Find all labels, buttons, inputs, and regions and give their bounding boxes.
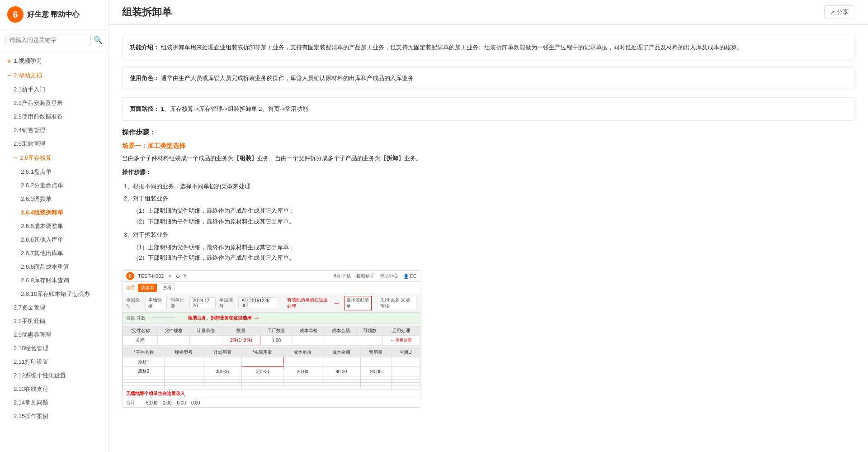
search-input[interactable]	[5, 34, 91, 46]
app-divider: ▼	[167, 273, 172, 279]
sidebar-item-mobile[interactable]: 2.8手机旺铺	[0, 314, 108, 328]
sub-cost-amount-1	[322, 357, 360, 367]
share-label: 分享	[837, 8, 849, 16]
sub-row-1: 原材1	[123, 357, 420, 367]
sidebar-item-263[interactable]: 2.6.3调拨单	[7, 192, 108, 206]
sub-row-3	[123, 376, 420, 380]
path-block: 页面路径： 1、库存核算->库存管理->组装拆卸单 2、首页->常用功能	[122, 97, 854, 121]
sidebar-item-inventory[interactable]: − 2.6库存核算	[0, 151, 108, 165]
sidebar-item-coupon[interactable]: 2.9优惠券管理	[0, 328, 108, 342]
sidebar-item-print[interactable]: 2.11打印设置	[0, 355, 108, 369]
sidebar-item-data-prep[interactable]: 2.3使用前数据准备	[0, 110, 108, 124]
sidebar-item-operation[interactable]: 2.10经营管理	[0, 342, 108, 355]
lower-table: *子件名称 规格型号 计划用量 *实际用量 成本单价 成本金额 暂用量 空间U	[123, 347, 420, 389]
footer-v2: 50.00	[146, 400, 157, 405]
arrow-up: ↑	[253, 316, 261, 320]
step2-sub2: （2）下部明细为子件明细，最终作为原材料生成其它出库单。	[122, 216, 854, 227]
sidebar-inventory-children: 2.6.1盘点单 2.6.2分量盘点单 2.6.3调拨单 2.6.4组装拆卸单 …	[0, 165, 108, 301]
logo-icon: 6	[7, 6, 24, 23]
sidebar-item-262[interactable]: 2.6.2分量盘点单	[7, 179, 108, 192]
sidebar-item-label: 2.帮助文档	[14, 71, 42, 80]
footer-totals: 合计 50.00 0.00 0.00 0.00	[123, 398, 420, 407]
th-name: *父件名称	[123, 326, 158, 336]
parent-spec	[157, 336, 189, 345]
doc-no-label: 单据编号	[219, 297, 235, 309]
annotation-action: ← 启用处理	[391, 338, 412, 343]
sidebar-item-269[interactable]: 2.6.9库存账本查询	[7, 274, 108, 287]
intro-label: 功能介绍：	[130, 44, 159, 51]
doc-header-area: 单据类型 本地快捷 制单日期 2019-12-26 单据编号 AD-201912…	[123, 294, 420, 313]
sidebar-item-264[interactable]: 2.6.4组装拆卸单	[7, 206, 108, 219]
expand-icon: +	[7, 57, 11, 65]
sidebar-item-265[interactable]: 2.6.5成本调整单	[7, 219, 108, 233]
app-nav-home: ⊙	[176, 273, 180, 279]
role-block: 使用角色： 通常由生产人员或库管人员完成拆装业务的操作，库管人员确认原材料的出库…	[122, 67, 854, 90]
th-qty: 数量	[222, 326, 260, 336]
sub-space-1	[391, 357, 420, 367]
sub-spec-1	[165, 357, 203, 367]
share-button[interactable]: ↗ 分享	[824, 5, 854, 19]
step2-sub1: （1）上部明细为父件明细，最终作为产成品生成其它入库单；	[122, 205, 854, 216]
scenario1-title: 场景一：加工类型选择	[122, 142, 854, 150]
parent-unit	[190, 336, 222, 345]
sub-row-5	[123, 383, 420, 386]
search-icon[interactable]: 🔍	[94, 36, 103, 44]
doc-date-label: 制单日期	[170, 297, 186, 309]
lth-cost-price: 成本单价	[283, 348, 322, 357]
annotation-bulk-entry: 无需地逐个组录也在这里录入	[123, 389, 420, 398]
sidebar-header: 6 好生意 帮助中心	[0, 0, 108, 29]
path-label: 页面路径：	[130, 105, 159, 112]
sidebar-item-261[interactable]: 2.6.1盘点单	[7, 165, 108, 179]
sidebar-item-finance[interactable]: 2.7资金管理	[0, 301, 108, 314]
sub-name-1: 原材1	[123, 357, 165, 367]
doc-type-value: 本地快捷	[145, 296, 167, 310]
sidebar-item-beginner[interactable]: 2.1新手入门	[0, 83, 108, 96]
th-spec: 父件规格	[157, 326, 189, 336]
nav-home: 自贡	[126, 285, 135, 291]
footer-v5: 0.00	[191, 400, 200, 405]
intro-block: 功能介绍： 组装拆卸单用来处理企业组装或拆卸等加工业务，支持有固定装配清单的产品…	[122, 36, 854, 59]
sidebar-item-268[interactable]: 2.6.8商品成本重算	[7, 260, 108, 274]
annotation-select-list: 选择装配清单	[344, 296, 372, 310]
lth-temp: 暂用量	[360, 348, 391, 357]
sub-cost-amount-2: 90.00	[322, 367, 360, 376]
sidebar-item-266[interactable]: 2.6.6其他入库单	[7, 233, 108, 247]
content-area: 功能介绍： 组装拆卸单用来处理企业组装或拆卸等加工业务，支持有固定装配清单的产品…	[108, 25, 868, 452]
doc-date-value: 2019-12-26	[189, 297, 216, 309]
sidebar-item-267[interactable]: 2.6.7其他出库单	[7, 247, 108, 260]
sidebar-item-sales[interactable]: 2.4销售管理	[0, 124, 108, 137]
sidebar-item-faq[interactable]: 2.14常见问题	[0, 396, 108, 409]
sub-temp-2: 90.00	[360, 367, 391, 376]
sidebar-item-install[interactable]: 2.2产品安装及登录	[0, 96, 108, 110]
lth-name: *子件名称	[123, 348, 165, 357]
sidebar-item-label: 1.视频学习	[14, 57, 42, 65]
app-main-nav: 自贡 新建单 查看	[123, 282, 420, 294]
doc-btn-confirm: 关闭 更多 完成审核	[377, 296, 416, 310]
intro-text: 组装拆卸单用来处理企业组装或拆卸等加工业务，支持有固定装配清单的产品加工业务，也…	[161, 44, 743, 51]
sub-plan-2: 3(0~3)	[203, 367, 241, 376]
annotation-bulk-text: 无需地逐个组录也在这里录入	[126, 391, 185, 396]
nav-section-1: + 1.视频学习 − 2.帮助文档 2.1新手入门 2.2产品安装及登录 2.3…	[0, 51, 108, 426]
sidebar-item-video[interactable]: + 1.视频学习	[0, 54, 108, 68]
th-cost-price: 成本单价	[292, 326, 325, 336]
sidebar-item-cases[interactable]: 2.15操作案例	[0, 409, 108, 423]
sub-temp-1	[360, 357, 391, 367]
app-logo-small: 6	[126, 272, 134, 280]
sidebar-item-system[interactable]: 2.12系统个性化设置	[0, 369, 108, 382]
step3: 3、对于拆装业务	[122, 229, 854, 240]
app-name: 好生意 帮助中心	[27, 10, 80, 19]
th-factory-qty: 工厂数量	[260, 326, 292, 336]
lower-table-area: *子件名称 规格型号 计划用量 *实际用量 成本单价 成本金额 暂用量 空间U	[123, 347, 420, 389]
lth-spec: 规格型号	[165, 348, 203, 357]
upper-table-area: *父件名称 父件规格 计量单位 数量 工厂数量 成本单价 成本金额 可领数 启用…	[123, 326, 420, 346]
collapse-icon: −	[7, 72, 11, 79]
step1: 1、根据不同的业务，选择不同单据的类型来处理	[122, 181, 854, 191]
sidebar-item-help-docs[interactable]: − 2.帮助文档	[0, 68, 108, 83]
annotation-arrow1: →	[333, 299, 340, 307]
sidebar-item-purchase[interactable]: 2.5采购管理	[0, 137, 108, 151]
sidebar-item-2610[interactable]: 2.6.10库存账本错了怎么办	[7, 287, 108, 301]
screenshot-inner: 6 TEST-H002 ▼ ⊙ ↻ App下载 检测帮手 帮助中心 👤 CC	[123, 271, 420, 407]
top-bar: 组装拆卸单 ↗ 分享	[108, 0, 868, 25]
sub-cost-price-2: 30.00	[283, 367, 322, 376]
sidebar-item-payment[interactable]: 2.13在线支付	[0, 382, 108, 396]
